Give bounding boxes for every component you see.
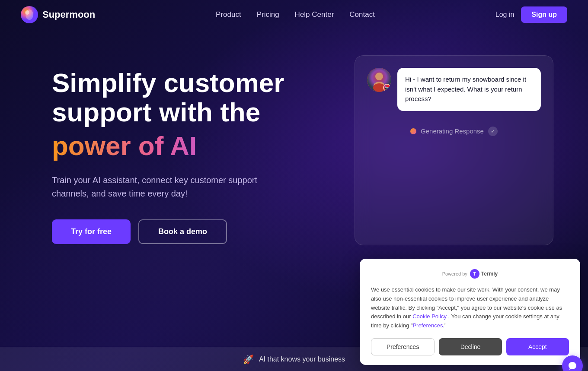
hero-section: Simplify customer support with the power… [0,29,588,263]
logo-link[interactable]: Supermoon [21,6,95,23]
logo-icon [21,6,38,23]
chat-icon [568,361,577,371]
logo-text: Supermoon [42,9,95,20]
cookie-policy-link[interactable]: Cookie Policy [412,313,447,320]
hero-title-line1: Simplify customer support with the [52,68,311,127]
hero-buttons: Try for free Book a demo [52,219,311,244]
termly-t-icon: T [470,269,479,279]
termly-logo: T Termly [470,269,498,279]
gen-dot-icon [410,128,416,134]
chat-message: 📷 Hi - I want to return my snowboard sin… [367,68,541,111]
hero-subtitle: Train your AI assistant, connect key cus… [52,174,268,200]
hero-right: 📷 Hi - I want to return my snowboard sin… [355,55,553,245]
try-for-free-button[interactable]: Try for free [52,219,131,244]
nav-link-help-center[interactable]: Help Center [295,10,334,19]
powered-by-label: Powered by T Termly [371,269,569,279]
bottom-bar-text: AI that knows your business [259,355,345,363]
nav-link-contact[interactable]: Contact [349,10,375,19]
generating-response: Generating Response ✓ [367,127,541,136]
cookie-body-text: We use essential cookies to make our sit… [371,285,569,330]
hero-left: Simplify customer support with the power… [52,55,311,244]
hero-title-gradient: power of AI [52,130,311,161]
nav-link-pricing[interactable]: Pricing [257,10,279,19]
accept-button[interactable]: Accept [506,338,569,355]
avatar-instagram-badge: 📷 [383,84,391,92]
book-demo-button[interactable]: Book a demo [138,219,227,244]
svg-point-4 [375,73,383,80]
preferences-inline-link[interactable]: Preferences [412,322,443,329]
nav-actions: Log in Sign up [495,6,567,23]
bottom-bar-emoji: 🚀 [243,354,254,365]
signup-button[interactable]: Sign up [521,6,567,23]
preferences-button[interactable]: Preferences [371,338,435,355]
nav-link-product[interactable]: Product [216,10,241,19]
cookie-buttons: Preferences Decline Accept [371,338,569,355]
chat-demo-card: 📷 Hi - I want to return my snowboard sin… [355,55,553,245]
svg-point-2 [25,10,29,15]
nav-links: Product Pricing Help Center Contact [216,10,375,19]
cookie-banner: Powered by T Termly We use essential coo… [360,259,580,365]
chat-support-button[interactable] [562,355,583,371]
chat-bubble: Hi - I want to return my snowboard since… [397,68,541,111]
login-button[interactable]: Log in [495,11,514,19]
avatar: 📷 [367,68,391,92]
gen-check-icon: ✓ [488,127,498,136]
navigation: Supermoon Product Pricing Help Center Co… [0,0,588,29]
decline-button[interactable]: Decline [439,338,502,355]
